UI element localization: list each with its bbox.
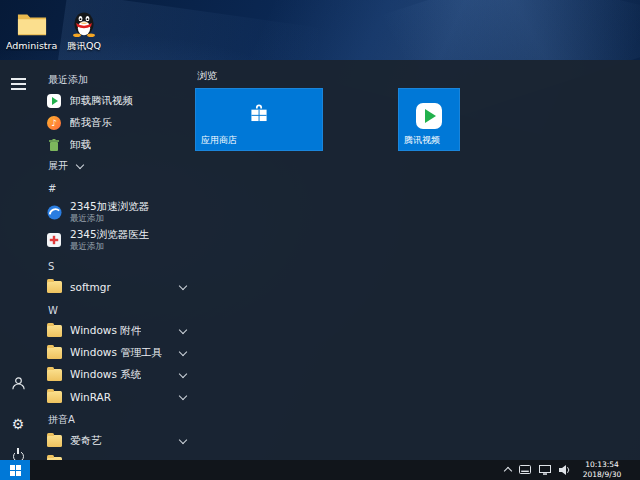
app-item-label: 爱奇艺 — [70, 434, 102, 448]
settings-button[interactable] — [0, 405, 36, 441]
clock-date: 2018/9/30 — [582, 470, 622, 480]
gear-icon — [12, 414, 25, 433]
start-tiles-area: 浏览 应用商店 腾讯视频 — [195, 60, 640, 460]
app-folder-windows-system[interactable]: Windows 系统 — [36, 364, 194, 386]
system-tray: 10:13:54 2018/9/30 — [505, 460, 640, 480]
clock-time: 10:13:54 — [582, 460, 622, 470]
network-icon[interactable] — [539, 465, 551, 475]
app-item-label: WinRAR — [70, 391, 111, 403]
folder-icon — [46, 433, 62, 449]
section-header-recent: 最近添加 — [36, 70, 194, 90]
uninstall-trash-icon — [46, 137, 62, 153]
app-item-uninstall[interactable]: 卸载 — [36, 134, 194, 156]
app-folder-softmgr[interactable]: softmgr — [36, 276, 194, 298]
app-item-label: 2345浏览器医生 — [70, 228, 149, 242]
desktop-icon-administrator[interactable]: Administra... — [6, 8, 58, 51]
app-item-label: 2345加速浏览器 — [70, 200, 149, 214]
folder-icon — [46, 279, 62, 295]
taskbar: 10:13:54 2018/9/30 — [0, 460, 640, 480]
start-menu: 最近添加 卸载腾讯视频 酷我音乐 卸载 展开 # — [0, 60, 640, 460]
section-header-hash[interactable]: # — [36, 178, 194, 198]
chevron-down-icon — [179, 370, 187, 378]
app-item-sublabel: 最近添加 — [70, 214, 149, 224]
start-button[interactable] — [0, 460, 30, 480]
folder-icon — [16, 8, 48, 38]
section-header-pinyin-a[interactable]: 拼音A — [36, 410, 194, 430]
windows-logo-icon — [10, 465, 21, 476]
app-item-label: 卸载 — [70, 138, 91, 152]
start-app-list: 最近添加 卸载腾讯视频 酷我音乐 卸载 展开 # — [36, 60, 194, 460]
hidden-icons-chevron[interactable] — [504, 467, 512, 475]
chevron-down-icon — [179, 348, 187, 356]
tile-app-store[interactable]: 应用商店 — [195, 88, 323, 151]
expand-label: 展开 — [48, 159, 68, 173]
app-item-clipped[interactable] — [36, 452, 194, 460]
qq-penguin-icon — [68, 8, 100, 38]
app-folder-windows-accessories[interactable]: Windows 附件 — [36, 320, 194, 342]
store-bag-icon — [246, 101, 272, 131]
app-item-uninstall-tencent-video[interactable]: 卸载腾讯视频 — [36, 90, 194, 112]
kuwo-music-icon — [46, 115, 62, 131]
chevron-down-icon — [76, 161, 84, 169]
app-item-label: Windows 附件 — [70, 324, 141, 338]
folder-icon — [46, 345, 62, 361]
app-item-label: 酷我音乐 — [70, 116, 112, 130]
folder-icon — [46, 389, 62, 405]
app-item-label: 卸载腾讯视频 — [70, 94, 133, 108]
browser-globe-icon — [46, 204, 62, 220]
section-header-w[interactable]: W — [36, 300, 194, 320]
tile-label: 应用商店 — [201, 134, 237, 147]
taskbar-clock[interactable]: 10:13:54 2018/9/30 — [579, 460, 625, 480]
section-header-s[interactable]: S — [36, 256, 194, 276]
chevron-down-icon — [179, 392, 187, 400]
volume-icon[interactable] — [559, 465, 571, 475]
hamburger-icon — [11, 78, 26, 90]
start-menu-rail — [0, 60, 36, 460]
app-item-label: softmgr — [70, 281, 111, 293]
app-folder-iqiyi[interactable]: 爱奇艺 — [36, 430, 194, 452]
chevron-down-icon — [179, 326, 187, 334]
folder-icon — [46, 367, 62, 383]
app-item-sublabel: 最近添加 — [70, 242, 149, 252]
chevron-down-icon — [179, 436, 187, 444]
tile-tencent-video[interactable]: 腾讯视频 — [398, 88, 460, 151]
app-item-2345-browser[interactable]: 2345加速浏览器 最近添加 — [36, 198, 194, 226]
app-folder-windows-admin-tools[interactable]: Windows 管理工具 — [36, 342, 194, 364]
desktop-icon-qq[interactable]: 腾讯QQ — [58, 8, 110, 53]
medic-cross-icon — [46, 232, 62, 248]
menu-hamburger-button[interactable] — [0, 66, 36, 102]
desktop-icon-label: Administra... — [6, 40, 58, 51]
tencent-video-icon — [46, 93, 62, 109]
tencent-video-play-icon — [416, 103, 442, 129]
desktop-icon-label: 腾讯QQ — [67, 40, 101, 53]
tile-label: 腾讯视频 — [404, 134, 440, 147]
app-item-2345-browser-doctor[interactable]: 2345浏览器医生 最近添加 — [36, 226, 194, 254]
user-icon — [11, 376, 26, 391]
app-item-label: Windows 系统 — [70, 368, 141, 382]
expand-button[interactable]: 展开 — [36, 156, 194, 176]
app-item-label: Windows 管理工具 — [70, 346, 162, 360]
tile-group-header[interactable]: 浏览 — [197, 69, 217, 83]
app-item-kuwo-music[interactable]: 酷我音乐 — [36, 112, 194, 134]
folder-icon — [46, 323, 62, 339]
input-indicator-icon[interactable] — [519, 465, 531, 475]
app-folder-winrar[interactable]: WinRAR — [36, 386, 194, 408]
user-account-button[interactable] — [0, 365, 36, 401]
chevron-down-icon — [179, 282, 187, 290]
